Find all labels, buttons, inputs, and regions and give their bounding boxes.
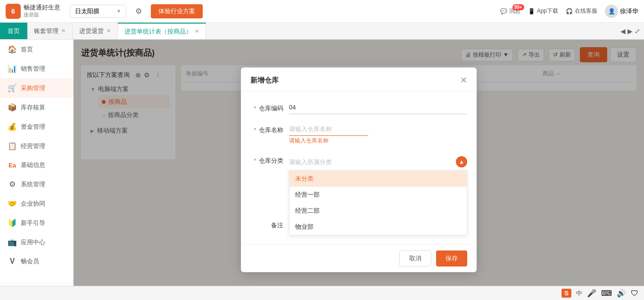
tab-purchase-return-label: 进货退货 [79,27,104,35]
sidebar-item-system[interactable]: ⚙ 系统管理 [0,175,73,194]
name-field-wrap: 请输入仓库名称 [289,123,368,145]
sidebar-item-basics[interactable]: Ea 基础信息 [0,156,73,175]
tab-actions: ◀ ▶ ⤢ [617,23,644,39]
service-button[interactable]: 🎧 在线客服 [566,7,597,15]
header-right: 💬 99+ 消息 📱 App下载 🎧 在线客服 👤 徐泽华 [500,5,638,18]
add-warehouse-dialog: 新增仓库 ✕ * 仓库编码 [241,67,477,272]
notification-icon: 💬 [500,8,507,15]
status-icon-shield[interactable]: 🛡 [631,289,638,298]
tab-purchase-return-close[interactable]: ✕ [107,28,111,34]
app-download-button[interactable]: 📱 App下载 [528,7,558,15]
code-input[interactable] [289,101,467,114]
logo-area: 6 畅捷通好生意 捷易版 [6,4,60,19]
store-selector[interactable]: 日太阳膜 ▼ [70,5,126,18]
service-label: 在线客服 [575,7,597,15]
sidebar-item-purchase-label: 采购管理 [21,84,45,92]
status-icon-chinese[interactable]: 中 [576,289,582,298]
name-row-inner: * 仓库名称 请输入仓库名称 [250,123,368,145]
tab-home[interactable]: 首页 [0,23,27,39]
sidebar-item-guide-label: 新手引导 [21,219,45,227]
tab-purchase-stats[interactable]: 进货单统计表（按商品） ✕ [118,23,206,39]
enterprise-icon: 🤝 [8,199,17,208]
cancel-button[interactable]: 取消 [399,250,431,267]
status-bar: S 中 🎤 ⌨ 🔊 🛡 [0,286,644,300]
main-layout: 🏠 首页 📊 销售管理 🛒 采购管理 📦 库存核算 💰 资金管理 📋 经营管理 … [0,40,644,300]
sidebar-item-home[interactable]: 🏠 首页 [0,40,73,59]
sidebar-item-purchase[interactable]: 🛒 采购管理 [0,78,73,98]
sidebar-item-guide[interactable]: 🔰 新手引导 [0,213,73,233]
finance-icon: 💰 [8,122,17,131]
note-label: 备注 [250,218,283,230]
name-input[interactable] [289,123,368,136]
operations-icon: 📋 [8,142,17,150]
name-label: * 仓库名称 [250,123,283,145]
logo-text: 畅捷通好生意 [24,4,60,12]
cat-option-dept2[interactable]: 经营二部 [289,203,467,219]
save-button[interactable]: 保存 [436,250,467,267]
tab-purchase-return[interactable]: 进货退货 ✕ [73,23,118,39]
purchase-icon: 🛒 [8,83,17,92]
tab-accounts[interactable]: 账套管理 ✕ [27,23,73,39]
app-icon: 📱 [528,8,535,15]
tab-home-label: 首页 [8,27,20,35]
cat-option-property[interactable]: 物业部 [289,219,467,235]
sidebar-item-basics-label: 基础信息 [21,161,45,169]
category-chevron-icon[interactable]: ▲ [456,156,467,167]
tab-prev-icon[interactable]: ◀ [620,27,626,35]
top-header: 6 畅捷通好生意 捷易版 日太阳膜 ▼ ⚙ 体验行业方案 💬 99+ 消息 📱 … [0,0,644,23]
category-field-wrap: ▲ 未分类 经营一部 经营二部 物业部 [289,153,467,171]
sales-icon: 📊 [8,64,17,73]
sidebar-item-finance-label: 资金管理 [21,123,45,131]
user-menu[interactable]: 👤 徐泽华 [605,5,638,18]
notification-badge: 99+ [512,4,524,10]
status-icon-keyboard[interactable]: ⌨ [601,289,612,298]
category-label: * 仓库分类 [250,153,283,165]
headset-icon: 🎧 [566,8,573,15]
logo-icon: 6 [6,4,21,19]
sidebar-item-vip[interactable]: V 畅会员 [0,252,73,271]
tab-next-icon[interactable]: ▶ [627,27,633,35]
cat-option-dept1[interactable]: 经营一部 [289,187,467,203]
sidebar-item-vip-label: 畅会员 [21,257,39,266]
code-row: * 仓库编码 [250,101,467,114]
note-label-text: 备注 [271,222,283,229]
sidebar-item-operations[interactable]: 📋 经营管理 [0,136,73,156]
dialog-header: 新增仓库 ✕ [241,67,477,92]
status-icon-mic[interactable]: 🎤 [587,289,596,298]
sidebar-item-enterprise[interactable]: 🤝 企业协同 [0,194,73,213]
code-label-text: 仓库编码 [259,105,283,112]
code-label: * 仓库编码 [250,101,283,113]
content-area: 进货单统计(按商品) 🖨 按模板打印 ▼ ↗ 导出 ↺ 刷新 查询 设置 [74,40,644,300]
name-label-text: 仓库名称 [259,126,283,133]
dialog-footer: 取消 保存 [241,244,477,272]
apps-icon: 📺 [8,238,17,247]
tab-purchase-stats-close[interactable]: ✕ [195,28,199,34]
guide-icon: 🔰 [8,218,17,227]
required-marker: * [254,105,256,112]
home-icon: 🏠 [8,45,17,54]
sidebar-item-finance[interactable]: 💰 资金管理 [0,117,73,136]
category-label-text: 仓库分类 [259,157,283,164]
tab-expand-icon[interactable]: ⤢ [635,27,640,35]
sidebar-item-sales-label: 销售管理 [21,65,45,73]
tab-accounts-label: 账套管理 [34,27,58,35]
tab-spacer [206,23,617,39]
cat-option-uncategorized[interactable]: 未分类 [289,171,467,187]
dialog-close-button[interactable]: ✕ [460,75,467,85]
category-input[interactable] [289,158,456,166]
trial-button[interactable]: 体验行业方案 [151,4,203,18]
category-dropdown: 未分类 经营一部 经营二部 物业部 [289,170,467,235]
avatar: 👤 [605,5,618,18]
notification-button[interactable]: 💬 99+ 消息 [500,7,520,15]
required-cat-marker: * [254,157,256,164]
status-icon-speaker[interactable]: 🔊 [617,289,626,298]
sidebar-item-apps[interactable]: 📺 应用中心 [0,233,73,252]
sidebar-item-sales[interactable]: 📊 销售管理 [0,59,73,78]
store-name: 日太阳膜 [75,7,99,16]
sidebar-item-inventory[interactable]: 📦 库存核算 [0,98,73,117]
sidebar-item-apps-label: 应用中心 [21,238,45,247]
gear-button[interactable]: ⚙ [131,4,146,19]
vip-icon: V [8,257,17,266]
category-row: * 仓库分类 ▲ 未分类 经营一部 经营二部 [250,153,467,171]
tab-accounts-close[interactable]: ✕ [61,28,66,34]
